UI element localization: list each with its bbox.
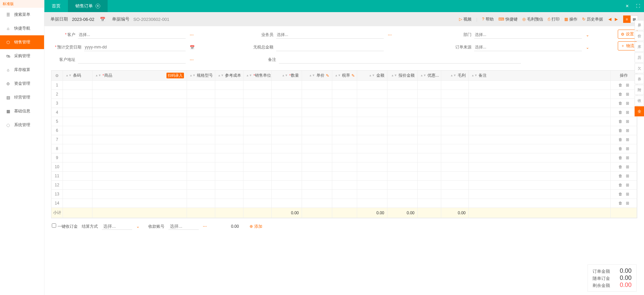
cell-barcode[interactable] (63, 90, 92, 99)
sort-icon[interactable]: ▲▼ (190, 74, 196, 77)
cell-profit[interactable] (441, 144, 469, 153)
cell-amount[interactable] (357, 135, 387, 144)
cell-taxrate[interactable] (332, 199, 357, 208)
cell-amount[interactable] (357, 172, 387, 180)
add-row-icon[interactable]: ⊞ (626, 101, 629, 106)
notax-input[interactable] (276, 43, 384, 51)
cell-profit[interactable] (441, 190, 469, 198)
calendar-icon[interactable]: 📅 (100, 17, 105, 22)
add-row-icon[interactable]: ⊞ (626, 146, 629, 151)
cell-qty[interactable] (272, 181, 302, 189)
cell-spec[interactable] (187, 162, 215, 171)
cell-discount[interactable] (418, 190, 441, 198)
cell-unit[interactable] (243, 90, 272, 99)
cell-product[interactable] (92, 90, 187, 99)
cell-remark[interactable] (469, 162, 611, 171)
cell-profit[interactable] (441, 162, 469, 171)
cell-price[interactable] (302, 144, 332, 153)
cell-price[interactable] (302, 199, 332, 208)
tab-home[interactable]: 首页 (44, 0, 68, 12)
cell-unit[interactable] (243, 199, 272, 208)
cell-remark[interactable] (469, 181, 611, 189)
cell-amount[interactable] (357, 190, 387, 198)
chevron-down-icon[interactable]: ⌄ (136, 224, 140, 229)
cell-listprice[interactable] (387, 135, 418, 144)
layout-list-toggle[interactable]: ≡ (623, 15, 631, 23)
cell-spec[interactable] (187, 153, 215, 162)
cell-listprice[interactable] (387, 144, 418, 153)
cell-listprice[interactable] (387, 172, 418, 180)
cell-remark[interactable] (469, 172, 611, 180)
delete-row-icon[interactable]: 🗑 (618, 128, 622, 133)
prev-record-icon[interactable]: ◀ (608, 17, 612, 22)
add-row-icon[interactable]: ⊞ (626, 137, 629, 142)
table-row[interactable]: 2🗑⊞ (51, 90, 637, 99)
cell-barcode[interactable] (63, 81, 92, 89)
cell-discount[interactable] (418, 117, 441, 126)
cell-listprice[interactable] (387, 153, 418, 162)
cell-discount[interactable] (418, 153, 441, 162)
cell-cost[interactable] (215, 199, 243, 208)
cell-cost[interactable] (215, 90, 243, 99)
add-row-icon[interactable]: ⊞ (626, 192, 629, 196)
sort-icon[interactable]: ▲▼ (391, 74, 397, 77)
rail-item[interactable]: 界 (635, 20, 644, 30)
history-link[interactable]: ↻历史单据 (582, 16, 603, 22)
sort-icon[interactable]: ▲▼ (66, 74, 72, 77)
cell-remark[interactable] (469, 90, 611, 99)
cell-taxrate[interactable] (332, 90, 357, 99)
cell-amount[interactable] (357, 199, 387, 208)
cell-cost[interactable] (215, 144, 243, 153)
cell-taxrate[interactable] (332, 126, 357, 135)
sidebar-item-gear[interactable]: ◌系统管理 (0, 118, 44, 132)
sort-icon[interactable]: ▲▼ (450, 74, 456, 77)
cell-listprice[interactable] (387, 99, 418, 108)
cell-product[interactable] (92, 172, 187, 180)
add-row-icon[interactable]: ⊞ (626, 92, 629, 97)
table-row[interactable]: 7🗑⊞ (51, 135, 637, 144)
table-row[interactable]: 14🗑⊞ (51, 199, 637, 208)
cell-spec[interactable] (187, 144, 215, 153)
cell-taxrate[interactable] (332, 135, 357, 144)
operate-link[interactable]: ▦操作 (564, 16, 577, 22)
table-row[interactable]: 8🗑⊞ (51, 144, 637, 153)
add-row-icon[interactable]: ⊞ (626, 164, 629, 169)
cell-barcode[interactable] (63, 108, 92, 117)
cell-unit[interactable] (243, 190, 272, 198)
rail-item[interactable]: 价 (635, 31, 644, 41)
cell-remark[interactable] (469, 153, 611, 162)
add-row-icon[interactable]: ⊞ (626, 155, 629, 160)
cell-amount[interactable] (357, 144, 387, 153)
cell-unit[interactable] (243, 153, 272, 162)
rail-item[interactable]: 历 (635, 52, 644, 63)
cell-taxrate[interactable] (332, 117, 357, 126)
table-row[interactable]: 5🗑⊞ (51, 117, 637, 126)
cell-cost[interactable] (215, 117, 243, 126)
delete-row-icon[interactable]: 🗑 (618, 101, 622, 106)
cell-price[interactable] (302, 81, 332, 89)
delivery-date-input[interactable] (84, 43, 186, 51)
cell-spec[interactable] (187, 117, 215, 126)
edit-icon[interactable]: ✎ (326, 73, 329, 78)
cell-product[interactable] (92, 135, 187, 144)
cell-listprice[interactable] (387, 108, 418, 117)
source-input[interactable] (474, 43, 582, 51)
help-link[interactable]: ?帮助 (482, 16, 494, 22)
cell-spec[interactable] (187, 99, 215, 108)
cell-product[interactable] (92, 108, 187, 117)
table-row[interactable]: 9🗑⊞ (51, 153, 637, 162)
cell-barcode[interactable] (63, 99, 92, 108)
cell-taxrate[interactable] (332, 108, 357, 117)
cell-profit[interactable] (441, 181, 469, 189)
rail-item[interactable]: 欠 (635, 63, 644, 73)
cell-unit[interactable] (243, 108, 272, 117)
deposit-checkbox[interactable]: 一键收订金 (52, 223, 78, 229)
cell-amount[interactable] (357, 153, 387, 162)
cell-amount[interactable] (357, 90, 387, 99)
cell-unit[interactable] (243, 99, 272, 108)
cell-price[interactable] (302, 190, 332, 198)
cell-price[interactable] (302, 181, 332, 189)
add-row-icon[interactable]: ⊞ (626, 119, 629, 124)
cell-remark[interactable] (469, 108, 611, 117)
chevron-down-icon[interactable]: ⌄ (584, 33, 591, 37)
